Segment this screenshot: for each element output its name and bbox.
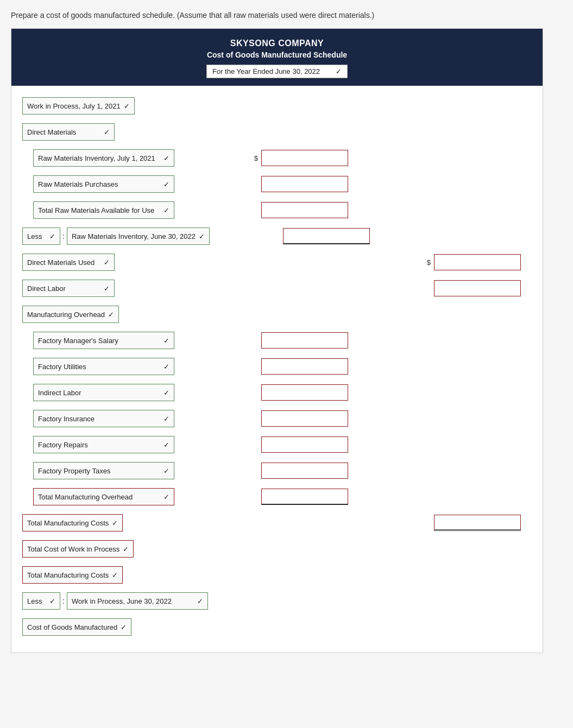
- chevron-wip-start-icon: ✓: [124, 102, 130, 110]
- row-less-wip: Less ✓ : Work in Process, June 30, 2022 …: [22, 591, 532, 611]
- dropdown-total-mfg-costs-2-label: Total Manufacturing Costs: [27, 571, 109, 579]
- input-indirect-labor[interactable]: [261, 384, 348, 401]
- input-total-mfg-costs[interactable]: [434, 515, 521, 531]
- chevron-mfg-overhead-icon: ✓: [108, 311, 114, 319]
- row-wip-start: Work in Process, July 1, 2021 ✓: [22, 96, 532, 116]
- input-factory-repairs[interactable]: [261, 436, 348, 453]
- dropdown-less-rm[interactable]: Less ✓: [22, 227, 60, 245]
- input-direct-materials-used[interactable]: [434, 254, 521, 270]
- dropdown-cost-goods-manufactured-label: Cost of Goods Manufactured: [27, 623, 117, 631]
- input-rm-purchases[interactable]: [261, 176, 348, 192]
- chevron-rm-inventory-start-icon: ✓: [163, 154, 169, 162]
- chevron-less-rm-icon: ✓: [49, 232, 55, 240]
- input-rm-inventory-start[interactable]: [261, 150, 348, 166]
- chevron-direct-materials-used-icon: ✓: [104, 258, 110, 267]
- chevron-direct-labor-icon: ✓: [104, 284, 110, 293]
- row-total-mfg-overhead: Total Manufacturing Overhead ✓: [22, 486, 532, 507]
- row-factory-manager-salary: Factory Manager's Salary ✓: [22, 330, 532, 351]
- row-total-mfg-costs-2: Total Manufacturing Costs ✓: [22, 565, 532, 585]
- chevron-total-mfg-costs-icon: ✓: [112, 519, 118, 527]
- mid-col-factory-property-taxes: [229, 463, 348, 479]
- dropdown-cost-goods-manufactured[interactable]: Cost of Goods Manufactured ✓: [22, 618, 131, 636]
- row-factory-utilities: Factory Utilities ✓: [22, 356, 532, 377]
- dropdown-wip-end[interactable]: Work in Process, June 30, 2022 ✓: [67, 592, 208, 610]
- dropdown-indirect-labor-label: Indirect Labor: [38, 389, 81, 397]
- schedule-container: SKYSONG COMPANY Cost of Goods Manufactur…: [11, 28, 543, 653]
- row-indirect-labor: Indirect Labor ✓: [22, 382, 532, 403]
- dropdown-factory-insurance-label: Factory Insurance: [38, 415, 95, 423]
- input-total-rm-available[interactable]: [261, 202, 348, 218]
- dropdown-factory-property-taxes[interactable]: Factory Property Taxes ✓: [33, 462, 174, 479]
- mid-col-rm-purchases: [229, 176, 348, 192]
- label-col-factory-property-taxes: Factory Property Taxes ✓: [22, 462, 229, 479]
- mid-col-less-rm: [250, 228, 370, 244]
- row-factory-repairs: Factory Repairs ✓: [22, 434, 532, 455]
- chevron-rm-purchases-icon: ✓: [163, 180, 169, 188]
- chevron-total-mfg-costs-2-icon: ✓: [112, 571, 118, 579]
- instruction-text: Prepare a cost of goods manufactured sch…: [11, 11, 562, 20]
- dropdown-total-cost-wip-label: Total Cost of Work in Process: [27, 545, 119, 553]
- company-name: SKYSONG COMPANY: [22, 39, 532, 48]
- chevron-direct-materials-icon: ✓: [104, 128, 110, 136]
- label-col-less-rm: Less ✓ : Raw Materials Inventory, June 3…: [22, 227, 250, 245]
- mid-col-factory-insurance: [229, 410, 348, 427]
- row-total-rm-available: Total Raw Materials Available for Use ✓: [22, 200, 532, 220]
- chevron-factory-utilities-icon: ✓: [163, 363, 169, 371]
- dropdown-rm-inventory-start[interactable]: Raw Materials Inventory, July 1, 2021 ✓: [33, 149, 174, 167]
- dropdown-indirect-labor[interactable]: Indirect Labor ✓: [33, 384, 174, 401]
- dropdown-total-mfg-costs-2[interactable]: Total Manufacturing Costs ✓: [22, 566, 123, 584]
- dropdown-rm-inventory-end[interactable]: Raw Materials Inventory, June 30, 2022 ✓: [67, 227, 210, 245]
- dropdown-factory-insurance[interactable]: Factory Insurance ✓: [33, 410, 174, 427]
- dropdown-total-mfg-overhead[interactable]: Total Manufacturing Overhead ✓: [33, 488, 174, 505]
- dropdown-direct-labor[interactable]: Direct Labor ✓: [22, 280, 115, 297]
- dropdown-less-wip[interactable]: Less ✓: [22, 592, 60, 610]
- row-rm-inventory-start: Raw Materials Inventory, July 1, 2021 ✓ …: [22, 148, 532, 168]
- dropdown-direct-materials-used-label: Direct Materials Used: [27, 258, 95, 267]
- row-total-mfg-costs: Total Manufacturing Costs ✓: [22, 512, 532, 533]
- dropdown-wip-start[interactable]: Work in Process, July 1, 2021 ✓: [22, 97, 135, 115]
- dropdown-factory-manager-salary[interactable]: Factory Manager's Salary ✓: [33, 332, 174, 349]
- dropdown-total-rm-available[interactable]: Total Raw Materials Available for Use ✓: [33, 201, 174, 219]
- row-mfg-overhead: Manufacturing Overhead ✓: [22, 304, 532, 325]
- dropdown-direct-materials[interactable]: Direct Materials ✓: [22, 123, 115, 141]
- input-factory-manager-salary[interactable]: [261, 332, 348, 349]
- input-factory-utilities[interactable]: [261, 358, 348, 375]
- input-factory-property-taxes[interactable]: [261, 463, 348, 479]
- schedule-body: Work in Process, July 1, 2021 ✓ Direct M…: [11, 86, 543, 653]
- label-col-direct-materials-used: Direct Materials Used ✓: [22, 254, 229, 271]
- dropdown-mfg-overhead[interactable]: Manufacturing Overhead ✓: [22, 306, 119, 323]
- label-col-factory-repairs: Factory Repairs ✓: [22, 436, 229, 453]
- dropdown-factory-utilities[interactable]: Factory Utilities ✓: [33, 358, 174, 375]
- dropdown-factory-property-taxes-label: Factory Property Taxes: [38, 467, 110, 475]
- mid-col-factory-manager-salary: [229, 332, 348, 349]
- row-rm-purchases: Raw Materials Purchases ✓: [22, 174, 532, 194]
- label-col-factory-insurance: Factory Insurance ✓: [22, 410, 229, 427]
- label-col-indirect-labor: Indirect Labor ✓: [22, 384, 229, 401]
- label-col-rm-purchases: Raw Materials Purchases ✓: [22, 175, 229, 193]
- dropdown-total-mfg-costs[interactable]: Total Manufacturing Costs ✓: [22, 514, 123, 531]
- right-col-total-mfg-costs: [348, 515, 532, 531]
- input-total-mfg-overhead[interactable]: [261, 489, 348, 505]
- chevron-factory-repairs-icon: ✓: [163, 441, 169, 449]
- label-col-total-mfg-costs-2: Total Manufacturing Costs ✓: [22, 566, 229, 584]
- dropdown-rm-inventory-start-label: Raw Materials Inventory, July 1, 2021: [38, 154, 155, 162]
- chevron-cost-goods-manufactured-icon: ✓: [121, 623, 127, 631]
- label-col-direct-materials: Direct Materials ✓: [22, 123, 229, 141]
- row-less-rm: Less ✓ : Raw Materials Inventory, June 3…: [22, 226, 532, 246]
- input-direct-labor[interactable]: [434, 280, 521, 296]
- chevron-indirect-labor-icon: ✓: [163, 389, 169, 397]
- date-dropdown[interactable]: For the Year Ended June 30, 2022 ✓: [206, 65, 348, 78]
- dropdown-rm-purchases[interactable]: Raw Materials Purchases ✓: [33, 175, 174, 193]
- dropdown-factory-repairs-label: Factory Repairs: [38, 441, 88, 449]
- input-less-rm[interactable]: [283, 228, 370, 244]
- label-col-total-mfg-costs: Total Manufacturing Costs ✓: [22, 514, 229, 531]
- row-cost-goods-manufactured: Cost of Goods Manufactured ✓: [22, 617, 532, 637]
- date-chevron-icon: ✓: [336, 67, 342, 75]
- label-col-less-wip: Less ✓ : Work in Process, June 30, 2022 …: [22, 592, 250, 610]
- dropdown-direct-labor-label: Direct Labor: [27, 284, 66, 293]
- dropdown-total-cost-wip[interactable]: Total Cost of Work in Process ✓: [22, 540, 134, 558]
- dropdown-factory-repairs[interactable]: Factory Repairs ✓: [33, 436, 174, 453]
- date-label: For the Year Ended June 30, 2022: [212, 67, 320, 75]
- dropdown-direct-materials-used[interactable]: Direct Materials Used ✓: [22, 254, 115, 271]
- input-factory-insurance[interactable]: [261, 410, 348, 427]
